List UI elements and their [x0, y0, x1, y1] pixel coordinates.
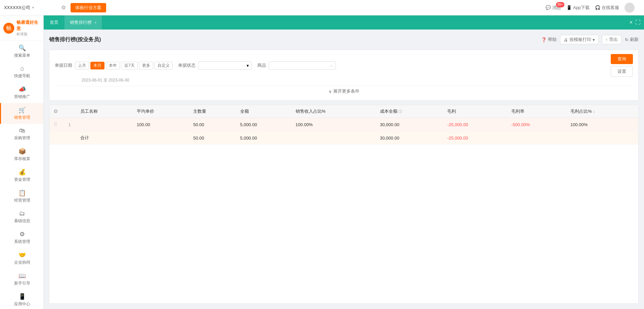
footer-gross: -25,000.00	[443, 132, 507, 145]
data-table: ⚙ 员工名称 平均单价 主数量 全额 销售收入占比%	[49, 105, 638, 145]
sidebar-item-marketing[interactable]: 📣 营销推广	[0, 82, 43, 103]
main-layout: 畅 畅康通好生意 标准版 🔍 搜索菜单 ⌂ 快捷导航 📣 营销推广 🛒 销售管理…	[0, 15, 644, 309]
message-button[interactable]: 💬 消息 99+	[546, 5, 561, 11]
tab-home[interactable]: 首页	[44, 15, 65, 30]
sidebar-item-sales[interactable]: 🛒 销售管理	[0, 103, 43, 124]
date-label: 单据日期	[55, 62, 72, 68]
help-button[interactable]: ❓ 帮助	[541, 37, 557, 43]
logo-sub: 标准版	[16, 32, 40, 37]
goods-label: 商品	[257, 62, 266, 68]
col-amount-header: 全额	[236, 105, 292, 118]
sidebar-label-inventory: 库存核算	[14, 156, 30, 162]
page-content: 销售排行榜(按业务员) ❓ 帮助 🖨 按模板打印 ▾ ↑ 导出	[44, 30, 644, 309]
filter-panel: 单据日期 上月 本月 本年 近7天 更多 自定义 单据状态	[49, 50, 639, 101]
message-badge: 99+	[556, 2, 564, 7]
period-custom[interactable]: 自定义	[155, 62, 173, 69]
query-button[interactable]: 查询	[611, 54, 633, 64]
sidebar-item-search[interactable]: 🔍 搜索菜单	[0, 41, 43, 62]
col-name-header: 员工名称	[76, 105, 133, 118]
sidebar-item-operations[interactable]: 📋 经营管理	[0, 186, 43, 207]
sidebar-item-finance[interactable]: 💰 资金管理	[0, 165, 43, 186]
tab-bar: 首页 销售排行榜 × × ⛶	[44, 15, 644, 30]
purchase-icon: 🛍	[19, 127, 25, 134]
inventory-icon: 📦	[18, 148, 26, 155]
sidebar-label-system: 系统管理	[14, 239, 30, 245]
tab-close-window-icon[interactable]: ×	[630, 19, 633, 25]
tab-close-icon[interactable]: ×	[94, 20, 96, 24]
apps-icon: 📱	[18, 293, 26, 300]
marketing-icon: 📣	[18, 86, 26, 93]
table-row: ⠿ 1 100.00 50.00 5,000.00 100.00% 30,000…	[49, 118, 638, 132]
chevron-down-icon: ∨	[329, 89, 332, 94]
finance-icon: 💰	[18, 168, 26, 176]
period-7days[interactable]: 近7天	[121, 62, 138, 69]
table-container: ⚙ 员工名称 平均单价 主数量 全额 销售收入占比%	[49, 105, 639, 304]
company-selector[interactable]: XXXXXX公司 ▾	[4, 5, 58, 11]
sidebar-item-apps[interactable]: 📱 应用中心	[0, 290, 43, 309]
status-chevron-icon: ▾	[247, 63, 249, 68]
expand-more-button[interactable]: ∨ 展开更多条件	[55, 86, 633, 96]
cost-info-icon: ⓘ	[398, 109, 402, 113]
table-header-row: ⚙ 员工名称 平均单价 主数量 全额 销售收入占比%	[49, 105, 638, 118]
sidebar-label-search: 搜索菜单	[14, 53, 30, 58]
goods-more-icon[interactable]: ···	[329, 63, 333, 68]
footer-drag	[49, 132, 63, 145]
avatar[interactable]	[625, 3, 635, 13]
filter-date: 单据日期 上月 本月 本年 近7天 更多 自定义	[55, 62, 173, 69]
sidebar-item-inventory[interactable]: 📦 库存核算	[0, 144, 43, 165]
operations-icon: 📋	[18, 189, 26, 197]
cell-gross-rate: -500.00%	[507, 118, 566, 132]
trial-button[interactable]: 体验行业方案	[71, 3, 106, 12]
cell-gross-pct: 100.00%	[566, 118, 638, 132]
app-download-button[interactable]: 📱 App下载	[566, 5, 590, 11]
sidebar-label-marketing: 营销推广	[14, 94, 30, 100]
period-this-month[interactable]: 本月	[90, 62, 104, 69]
sidebar-item-purchase[interactable]: 🛍 采购管理	[0, 124, 43, 144]
goods-input[interactable]: ···	[269, 61, 336, 70]
mobile-icon: 📱	[566, 5, 572, 10]
sidebar-label-guide: 新手引导	[14, 280, 30, 286]
print-template-button[interactable]: 🖨 按模板打印 ▾	[560, 35, 599, 44]
filter-settings-button[interactable]: 设置	[611, 66, 633, 77]
footer-gross-pct	[566, 132, 638, 145]
filter-row-main: 单据日期 上月 本月 本年 近7天 更多 自定义 单据状态	[55, 54, 633, 77]
drag-handle-icon[interactable]: ⠿	[53, 122, 57, 127]
message-icon: 💬	[546, 5, 551, 10]
filter-status: 单据状态 ▾	[178, 61, 252, 70]
sidebar-item-basic[interactable]: 🗂 基础信息	[0, 207, 43, 227]
top-header: XXXXXX公司 ▾ ⚙ 体验行业方案 💬 消息 99+ 📱 App下载 🎧 在…	[0, 0, 644, 15]
col-rank-header	[63, 105, 76, 118]
tab-maximize-icon[interactable]: ⛶	[635, 19, 641, 25]
tab-sales-ranking[interactable]: 销售排行榜 ×	[65, 15, 102, 30]
export-button[interactable]: ↑ 导出	[602, 35, 622, 44]
cell-qty: 50.00	[189, 118, 236, 132]
sidebar-label-collab: 企业协同	[14, 260, 30, 265]
col-sales-pct-header: 销售收入占比%	[292, 105, 376, 118]
sales-icon: 🛒	[18, 106, 26, 114]
col-qty-header: 主数量	[189, 105, 236, 118]
footer-amount: 5,000.00	[236, 132, 292, 145]
column-settings-icon[interactable]: ⚙	[53, 108, 58, 114]
sidebar: 畅 畅康通好生意 标准版 🔍 搜索菜单 ⌂ 快捷导航 📣 营销推广 🛒 销售管理…	[0, 15, 44, 309]
gross-pct-sort-icon[interactable]: ↕	[593, 109, 595, 113]
col-avg-price-header: 平均单价	[133, 105, 189, 118]
sidebar-label-finance: 资金管理	[14, 177, 30, 183]
settings-icon[interactable]: ⚙	[61, 4, 66, 11]
online-service-button[interactable]: 🎧 在线客服	[595, 5, 619, 11]
sidebar-item-shortcut[interactable]: ⌂ 快捷导航	[0, 62, 43, 82]
sidebar-item-collab[interactable]: 🤝 企业协同	[0, 248, 43, 269]
period-last-month[interactable]: 上月	[75, 62, 89, 69]
col-gross-rate-header: 毛利率	[507, 105, 566, 118]
period-this-year[interactable]: 本年	[106, 62, 120, 69]
refresh-button[interactable]: ↻ 刷新	[625, 37, 639, 43]
cell-sales-pct: 100.00%	[292, 118, 376, 132]
sidebar-item-guide[interactable]: 📖 新手引导	[0, 269, 43, 290]
status-select[interactable]: ▾	[198, 61, 252, 70]
logo-title: 畅康通好生意	[16, 19, 40, 32]
sidebar-label-basic: 基础信息	[14, 218, 30, 224]
print-chevron-icon: ▾	[593, 37, 595, 42]
period-more[interactable]: 更多	[139, 62, 153, 69]
tab-bar-actions: × ⛶	[626, 19, 644, 25]
sidebar-item-system[interactable]: ⚙ 系统管理	[0, 227, 43, 248]
sidebar-label-purchase: 采购管理	[14, 135, 30, 141]
